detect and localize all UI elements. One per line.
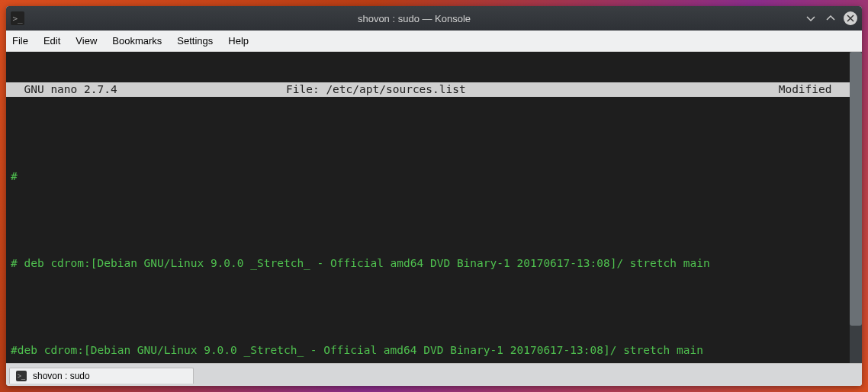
- maximize-button[interactable]: [824, 11, 837, 25]
- tab-bar: >_ shovon : sudo: [6, 363, 862, 386]
- editor-line: # deb cdrom:[Debian GNU/Linux 9.0.0 _Str…: [11, 256, 845, 271]
- tab-label: shovon : sudo: [33, 371, 90, 381]
- menu-edit[interactable]: Edit: [43, 35, 60, 47]
- editor-line: #deb cdrom:[Debian GNU/Linux 9.0.0 _Stre…: [11, 343, 845, 358]
- nano-file: File: /etc/apt/sources.list: [286, 82, 570, 97]
- tab-active[interactable]: >_ shovon : sudo: [9, 368, 194, 384]
- menu-bookmarks[interactable]: Bookmarks: [112, 35, 162, 47]
- terminal-area[interactable]: GNU nano 2.7.4 File: /etc/apt/sources.li…: [6, 52, 850, 363]
- close-button[interactable]: [844, 11, 857, 25]
- titlebar[interactable]: >_ shovon : sudo — Konsole: [6, 6, 862, 31]
- editor-line: #: [11, 169, 845, 184]
- menu-settings[interactable]: Settings: [177, 35, 213, 47]
- scrollbar[interactable]: [850, 52, 862, 363]
- nano-version: GNU nano 2.7.4: [11, 82, 286, 97]
- scrollbar-thumb[interactable]: [850, 52, 862, 326]
- menubar: File Edit View Bookmarks Settings Help: [6, 31, 862, 52]
- terminal-icon: >_: [16, 371, 27, 381]
- window-title: shovon : sudo — Konsole: [24, 13, 804, 24]
- nano-status: Modified: [570, 82, 845, 97]
- nano-header: GNU nano 2.7.4 File: /etc/apt/sources.li…: [6, 82, 850, 97]
- menu-help[interactable]: Help: [228, 35, 249, 47]
- minimize-button[interactable]: [804, 11, 818, 25]
- menu-file[interactable]: File: [12, 35, 28, 47]
- menu-view[interactable]: View: [76, 35, 97, 47]
- app-icon: >_: [11, 11, 24, 25]
- konsole-window: >_ shovon : sudo — Konsole File Edit Vie…: [6, 6, 862, 386]
